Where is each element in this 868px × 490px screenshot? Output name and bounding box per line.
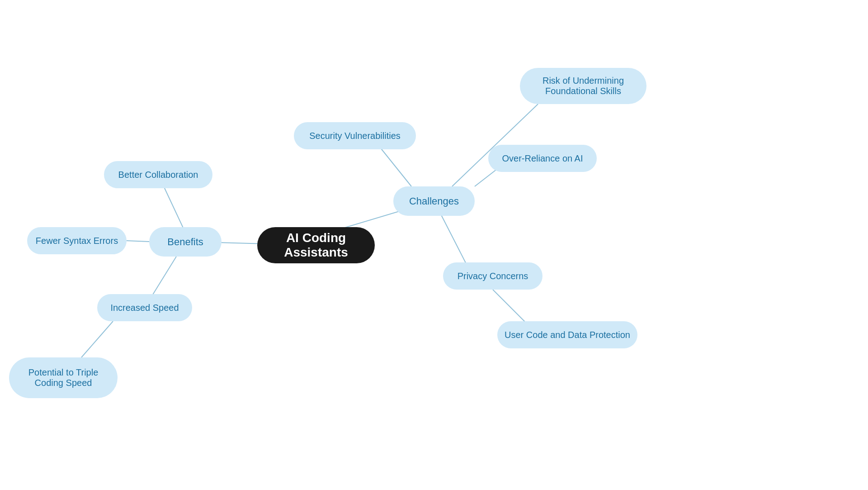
risk-undermining-node: Risk of Undermining Foundational Skills [520, 68, 646, 104]
center-node: AI Coding Assistants [257, 227, 375, 263]
benefits-node: Benefits [149, 227, 222, 257]
increased-speed-node: Increased Speed [97, 294, 192, 321]
security-vulnerabilities-node: Security Vulnerabilities [294, 122, 416, 149]
potential-triple-node: Potential to Triple Coding Speed [9, 357, 118, 398]
svg-line-5 [81, 321, 113, 357]
user-code-data-protection-node: User Code and Data Protection [497, 321, 637, 348]
privacy-concerns-node: Privacy Concerns [443, 262, 542, 290]
svg-line-3 [127, 241, 149, 242]
better-collaboration-node: Better Collaboration [104, 161, 212, 188]
challenges-node: Challenges [393, 186, 475, 216]
fewer-syntax-errors-node: Fewer Syntax Errors [27, 227, 127, 254]
over-reliance-node: Over-Reliance on AI [488, 145, 597, 172]
